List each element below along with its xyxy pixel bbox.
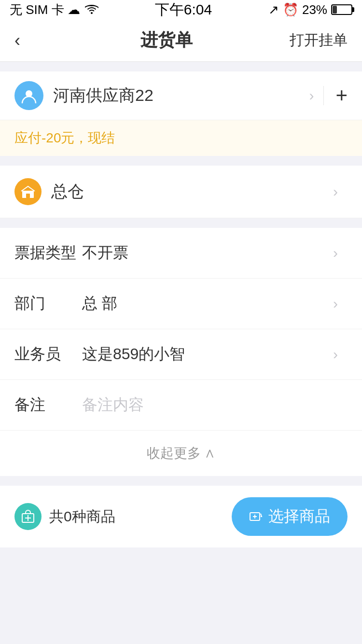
supplier-row[interactable]: 河南供应商22 › +	[0, 71, 362, 120]
warehouse-icon-bg	[14, 178, 42, 205]
warehouse-name: 总仓	[51, 181, 333, 203]
supplier-avatar	[14, 81, 43, 110]
ticket-type-label: 票据类型	[14, 242, 82, 264]
ticket-type-value: 不开票	[82, 242, 333, 264]
product-count-left: 共0种商品	[14, 503, 115, 530]
status-time: 下午6:04	[155, 0, 212, 20]
salesperson-row[interactable]: 业务员 这是859的小智 ›	[0, 329, 362, 380]
location-icon: ↗	[268, 2, 279, 17]
remaining-space	[0, 547, 362, 644]
fields-section: 票据类型 不开票 › 部门 总 部 › 业务员 这是859的小智 › 备注 备注…	[0, 228, 362, 476]
sim-status: 无 SIM 卡 ☁	[10, 1, 80, 18]
nav-bar: ‹ 进货单 打开挂单	[0, 19, 362, 62]
battery-percent: 23%	[302, 2, 327, 17]
remark-input[interactable]: 备注内容	[82, 394, 348, 416]
notice-bar: 应付-20元，现结	[0, 120, 362, 156]
salesperson-label: 业务员	[14, 344, 82, 365]
bottom-bar: 共0种商品 选择商品	[0, 486, 362, 547]
department-chevron-icon: ›	[333, 295, 338, 312]
department-value: 总 部	[82, 293, 333, 314]
open-pending-button[interactable]: 打开挂单	[290, 30, 348, 50]
ticket-type-chevron-icon: ›	[333, 245, 338, 261]
supplier-chevron-icon: ›	[309, 87, 314, 104]
salesperson-value: 这是859的小智	[82, 344, 333, 365]
status-bar-right: ↗ ⏰ 23%	[268, 2, 352, 17]
salesperson-chevron-icon: ›	[333, 346, 338, 363]
ticket-type-row[interactable]: 票据类型 不开票 ›	[0, 228, 362, 279]
select-product-button[interactable]: 选择商品	[232, 497, 348, 536]
remark-row[interactable]: 备注 备注内容	[0, 380, 362, 431]
supplier-name: 河南供应商22	[53, 84, 309, 107]
gap-3	[0, 218, 362, 228]
select-product-label: 选择商品	[268, 506, 330, 527]
notice-text: 应付-20元，现结	[14, 130, 115, 145]
supplier-section: 河南供应商22 › + 应付-20元，现结	[0, 71, 362, 156]
warehouse-row[interactable]: 总仓 ›	[0, 166, 362, 218]
svg-rect-2	[26, 194, 30, 198]
gap-2	[0, 156, 362, 166]
wifi-icon	[85, 2, 98, 17]
status-bar: 无 SIM 卡 ☁ 下午6:04 ↗ ⏰ 23%	[0, 0, 362, 19]
back-button[interactable]: ‹	[14, 30, 43, 51]
warehouse-chevron-icon: ›	[333, 183, 338, 200]
page-title: 进货单	[140, 28, 193, 52]
warehouse-section: 总仓 ›	[0, 166, 362, 218]
department-row[interactable]: 部门 总 部 ›	[0, 279, 362, 329]
product-count-text: 共0种商品	[49, 507, 115, 527]
alarm-icon: ⏰	[283, 2, 298, 17]
gap-1	[0, 62, 362, 71]
battery-icon	[331, 4, 352, 15]
collapse-row[interactable]: 收起更多 ∧	[0, 431, 362, 476]
collapse-label: 收起更多 ∧	[147, 444, 216, 462]
remark-label: 备注	[14, 394, 82, 416]
status-bar-left: 无 SIM 卡 ☁	[10, 1, 98, 18]
divider	[323, 86, 324, 105]
department-label: 部门	[14, 293, 82, 314]
add-supplier-button[interactable]: +	[335, 84, 348, 107]
product-icon-bg	[14, 503, 42, 530]
